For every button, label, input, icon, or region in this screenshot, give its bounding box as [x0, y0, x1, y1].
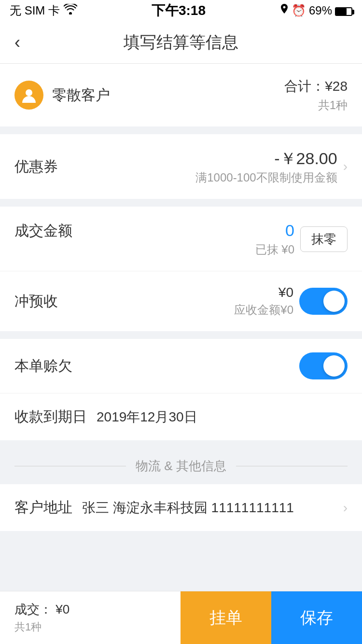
status-bar: 无 SIM 卡 下午3:18 ⏰ 69%	[0, 0, 362, 21]
pre-receipt-right: ¥0 应收金额¥0	[234, 285, 348, 318]
save-button[interactable]: 保存	[271, 591, 362, 644]
battery-percent: 69%	[309, 4, 332, 17]
coupon-right: -￥28.00 满1000-100不限制使用金额 ›	[195, 148, 348, 185]
back-button[interactable]: ‹	[14, 32, 20, 53]
transaction-sub: 已抹 ¥0	[255, 242, 294, 257]
address-value: 张三 海淀永丰科技园 11111111111	[82, 499, 343, 517]
coupon-row[interactable]: 优惠券 -￥28.00 满1000-100不限制使用金额 ›	[0, 134, 362, 199]
logistics-header: 物流 & 其他信息	[0, 448, 362, 484]
address-label: 客户地址	[14, 498, 72, 518]
coupon-description: 满1000-100不限制使用金额	[195, 170, 337, 185]
transaction-row: 成交金额 0 已抹 ¥0 抹零	[0, 207, 362, 271]
coupon-label: 优惠券	[14, 157, 58, 177]
customer-total: 合计：¥28	[284, 77, 348, 96]
coupon-amount: -￥28.00	[195, 148, 337, 170]
pre-receipt-label: 冲预收	[14, 292, 58, 311]
customer-left: 零散客户	[14, 81, 110, 110]
logistics-line-left	[14, 466, 126, 466]
bottom-transaction-value: ¥0	[56, 602, 70, 616]
bottom-bar: 成交： ¥0 共1种 挂单 保存	[0, 591, 362, 644]
customer-avatar	[14, 81, 43, 110]
coupon-section: 优惠券 -￥28.00 满1000-100不限制使用金额 ›	[0, 134, 362, 199]
alarm-icon: ⏰	[292, 4, 306, 17]
sim-label: 无 SIM 卡	[10, 3, 60, 18]
bottom-transaction-label: 成交：	[14, 602, 52, 616]
debit-right	[299, 352, 348, 379]
wifi-icon	[64, 4, 77, 17]
address-chevron: ›	[343, 500, 348, 516]
pre-receipt-toggle[interactable]	[299, 288, 348, 315]
customer-count: 共1种	[284, 98, 348, 113]
bottom-buttons: 挂单 保存	[181, 591, 362, 644]
transaction-right: 0 已抹 ¥0 抹零	[255, 221, 348, 257]
debit-toggle[interactable]	[299, 352, 348, 379]
address-section: 客户地址 张三 海淀永丰科技园 11111111111 ›	[0, 484, 362, 531]
round-zero-button[interactable]: 抹零	[300, 226, 348, 252]
customer-right: 合计：¥28 共1种	[284, 77, 348, 113]
due-date-label: 收款到期日	[14, 407, 87, 427]
bottom-count: 共1种	[14, 620, 181, 634]
coupon-chevron: ›	[343, 159, 348, 174]
transaction-section: 成交金额 0 已抹 ¥0 抹零 冲预收 ¥0 应收金额¥0	[0, 207, 362, 331]
location-icon	[280, 4, 289, 17]
content: 零散客户 合计：¥28 共1种 优惠券 -￥28.00 满1000-100不限制…	[0, 64, 362, 597]
pre-receipt-row: 冲预收 ¥0 应收金额¥0	[0, 271, 362, 331]
debit-label: 本单赊欠	[14, 356, 72, 376]
address-row[interactable]: 客户地址 张三 海淀永丰科技园 11111111111 ›	[0, 484, 362, 531]
status-time: 下午3:18	[152, 1, 206, 20]
customer-section: 零散客户 合计：¥28 共1种	[0, 64, 362, 126]
pre-receipt-sub: 应收金额¥0	[234, 302, 293, 318]
transaction-value: 0	[255, 221, 294, 240]
debit-row: 本单赊欠	[0, 339, 362, 393]
svg-point-0	[26, 89, 32, 96]
page-title: 填写结算等信息	[124, 31, 238, 54]
pre-receipt-value: ¥0	[234, 285, 293, 300]
due-date-row: 收款到期日 2019年12月30日	[0, 393, 362, 440]
bottom-transaction: 成交： ¥0	[14, 601, 181, 618]
customer-name: 零散客户	[52, 85, 110, 105]
transaction-label: 成交金额	[14, 221, 72, 241]
hang-order-button[interactable]: 挂单	[181, 591, 271, 644]
battery-icon	[335, 4, 352, 17]
bottom-info: 成交： ¥0 共1种	[0, 591, 181, 644]
nav-bar: ‹ 填写结算等信息	[0, 21, 362, 64]
logistics-line-right	[236, 466, 348, 466]
due-date-value: 2019年12月30日	[97, 408, 197, 426]
logistics-title: 物流 & 其他信息	[126, 458, 236, 475]
status-left: 无 SIM 卡	[10, 3, 77, 18]
customer-row[interactable]: 零散客户 合计：¥28 共1种	[0, 64, 362, 126]
debit-section: 本单赊欠 收款到期日 2019年12月30日	[0, 339, 362, 440]
status-right: ⏰ 69%	[280, 4, 352, 17]
